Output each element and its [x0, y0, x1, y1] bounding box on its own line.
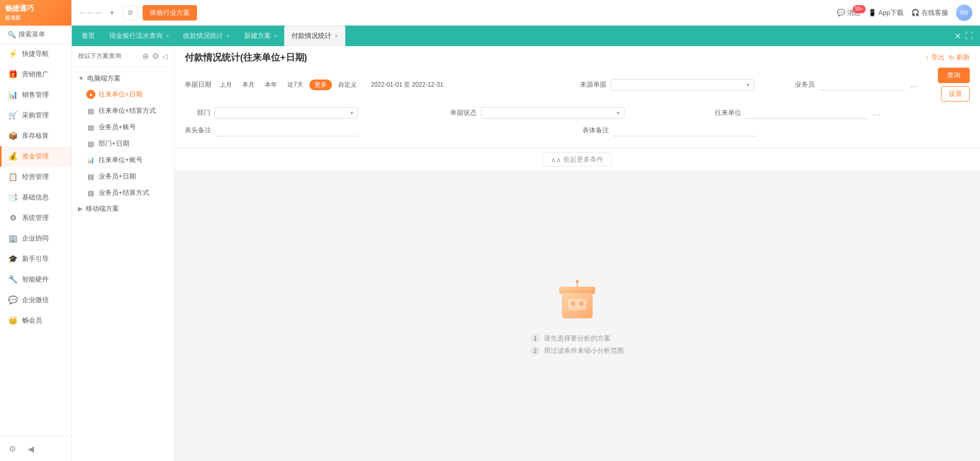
tab-payment-stat-label: 付款情况统计: [291, 31, 331, 41]
guide-icon: 🎓: [8, 254, 18, 264]
search-menu[interactable]: 🔍 搜索菜单: [0, 26, 71, 44]
breadcrumb: — — —: [80, 9, 102, 16]
empty-illustration-svg: [552, 277, 603, 324]
sidebar-item-marketing[interactable]: 🎁 营销推广: [0, 64, 71, 85]
date-this-year[interactable]: 本年: [261, 79, 281, 90]
scheme-category-desktop[interactable]: ▼ 电脑端方案: [72, 71, 174, 86]
partner-dots-button[interactable]: …: [873, 108, 882, 117]
sidebar-nav: ⚡ 快捷导航 🎁 营销推广 📊 销售管理 🛒 采购管理 📦 库存核算 💰 资金管…: [0, 44, 71, 436]
main-area: — — — ▾ ⚙ 体验行业方案 💬 消息 99+ 📱 App下载 🎧 在线客服…: [72, 0, 980, 461]
collapse-more-button[interactable]: ∧∧ 收起更多条件: [542, 152, 612, 167]
tabs-actions: ✕ ⛶: [954, 31, 977, 41]
scheme-item-staff-account[interactable]: ▤ 业务员+账号: [72, 119, 174, 135]
tab-receipt-stat-close[interactable]: ×: [226, 33, 229, 39]
source-doc-select[interactable]: ▾: [611, 79, 754, 91]
table-header-note-input[interactable]: [215, 124, 359, 136]
scheme-item-partner-settlement[interactable]: ▤ 往来单位+结算方式: [72, 103, 174, 119]
sidebar-item-finance[interactable]: 💰 资金管理: [0, 146, 71, 167]
scheme-item-icon: ▤: [86, 188, 95, 197]
scheme-settings-button[interactable]: ⚙: [152, 51, 159, 61]
sidebar-item-smart[interactable]: 🔧 智能硬件: [0, 269, 71, 290]
tabs-close-all-button[interactable]: ✕: [954, 31, 961, 41]
tab-new-scheme[interactable]: 新建方案 ×: [237, 26, 284, 46]
refresh-button[interactable]: ↻ 刷新: [949, 53, 970, 62]
partner-input[interactable]: [746, 107, 869, 119]
staff-dots-button[interactable]: …: [909, 80, 918, 89]
trial-button[interactable]: 体验行业方案: [143, 5, 197, 21]
sidebar-item-purchase[interactable]: 🛒 采购管理: [0, 105, 71, 126]
scheme-item-dept-date[interactable]: ▤ 部门+日期: [72, 135, 174, 152]
scheme-item-partner-date[interactable]: ● 往来单位+日期: [72, 86, 174, 103]
scheme-panel-collapse-button[interactable]: ◁: [162, 52, 168, 61]
dept-arrow-icon: ▾: [350, 110, 354, 116]
export-label: 导出: [931, 53, 945, 62]
collapse-more-label: 收起更多条件: [563, 155, 603, 164]
tab-payment-stat-close[interactable]: ×: [335, 33, 338, 39]
tab-cash-flow[interactable]: 现金银行流水查询 ×: [102, 26, 176, 46]
sidebar-item-inventory[interactable]: 📦 库存核算: [0, 126, 71, 146]
scheme-item-icon: ▤: [86, 106, 95, 115]
online-service-button[interactable]: 🎧 在线客服: [911, 8, 948, 17]
filter-settings-button[interactable]: 设置: [941, 86, 970, 102]
sidebar-item-wechat[interactable]: 💬 企业微信: [0, 290, 71, 310]
staff-input[interactable]: [819, 78, 905, 91]
scheme-item-partner-account[interactable]: 📊 往来单位+账号: [72, 152, 174, 168]
sidebar-item-label: 畅会员: [22, 316, 42, 325]
message-badge: 99+: [853, 5, 866, 13]
dept-select[interactable]: ▾: [214, 107, 358, 119]
doc-status-select[interactable]: ▾: [481, 107, 624, 119]
tab-bar: 首页 现金银行流水查询 × 收款情况统计 × 新建方案 × 付款情况统计 × ✕…: [72, 26, 980, 46]
scheme-tree: ▼ 电脑端方案 ● 往来单位+日期 ▤ 往来单位+结算方式 ▤ 业务员+账号: [72, 67, 174, 461]
scheme-item-icon: 📊: [86, 155, 95, 165]
sidebar-item-label: 营销推广: [22, 70, 49, 79]
tip-1-text: 请先选择要分析的方案: [544, 334, 611, 343]
sidebar-item-system[interactable]: ⚙ 系统管理: [0, 208, 71, 228]
date-last-7[interactable]: 近7天: [283, 79, 307, 90]
sidebar-item-label: 采购管理: [22, 111, 49, 120]
refresh-icon: ↻: [949, 54, 954, 62]
empty-state: 1 请先选择要分析的方案 2 用过滤条件来缩小分析范围: [174, 171, 980, 461]
query-button[interactable]: 查询: [938, 68, 970, 83]
doc-status-label: 单据状态: [450, 108, 477, 117]
topbar-settings-button[interactable]: ⚙: [123, 6, 138, 20]
scheme-item-staff-date[interactable]: ▤ 业务员+日期: [72, 168, 174, 185]
sidebar-item-sales[interactable]: 📊 销售管理: [0, 85, 71, 105]
online-service-label: 在线客服: [922, 8, 948, 17]
smart-icon: 🔧: [8, 274, 18, 285]
scheme-category-mobile[interactable]: ▶ 移动端方案: [72, 201, 174, 216]
query-area: 查询 设置: [929, 68, 970, 102]
sidebar-item-member[interactable]: 👑 畅会员: [0, 310, 71, 331]
date-custom[interactable]: 自定义: [334, 79, 361, 90]
system-icon: ⚙: [8, 213, 18, 223]
topbar-dropdown-button[interactable]: ▾: [107, 7, 118, 18]
filter-header-actions: ↑ 导出 ↻ 刷新: [926, 53, 970, 62]
sidebar-item-guide[interactable]: 🎓 新手引导: [0, 249, 71, 269]
table-body-note-input[interactable]: [613, 124, 757, 136]
tab-home[interactable]: 首页: [74, 26, 102, 46]
tab-payment-stat[interactable]: 付款情况统计 ×: [284, 26, 345, 46]
message-button[interactable]: 💬 消息 99+: [837, 8, 860, 17]
sidebar-collapse-button[interactable]: ◀: [24, 442, 38, 456]
date-this-month[interactable]: 本月: [238, 79, 259, 90]
sidebar-item-enterprise[interactable]: 🏢 企业协同: [0, 228, 71, 249]
sidebar-item-management[interactable]: 📋 经营管理: [0, 167, 71, 187]
quick-nav-icon: ⚡: [8, 49, 18, 59]
export-button[interactable]: ↑ 导出: [926, 53, 945, 62]
scheme-add-button[interactable]: ⊕: [142, 51, 149, 61]
dept-label: 部门: [185, 108, 210, 117]
date-more[interactable]: 更多: [309, 79, 332, 90]
scheme-item-staff-settlement[interactable]: ▤ 业务员+结算方式: [72, 185, 174, 201]
filter-row-2: 部门 ▾ 单据状态 ▾: [185, 107, 970, 119]
empty-state-illustration: [552, 277, 603, 329]
tab-cash-flow-close[interactable]: ×: [166, 33, 169, 39]
tab-new-scheme-close[interactable]: ×: [274, 33, 277, 39]
tab-receipt-stat[interactable]: 收款情况统计 ×: [176, 26, 237, 46]
app-download-button[interactable]: 📱 App下载: [868, 8, 904, 17]
tabs-maximize-button[interactable]: ⛶: [965, 31, 973, 41]
date-last-month[interactable]: 上月: [215, 79, 236, 90]
empty-tip-1: 1 请先选择要分析的方案: [531, 334, 624, 343]
sidebar-settings-button[interactable]: ⚙: [5, 442, 19, 456]
sidebar-item-basic-info[interactable]: 📑 基础信息: [0, 187, 71, 208]
sidebar-item-quick-nav[interactable]: ⚡ 快捷导航: [0, 44, 71, 64]
user-avatar[interactable]: Rit: [956, 5, 972, 21]
